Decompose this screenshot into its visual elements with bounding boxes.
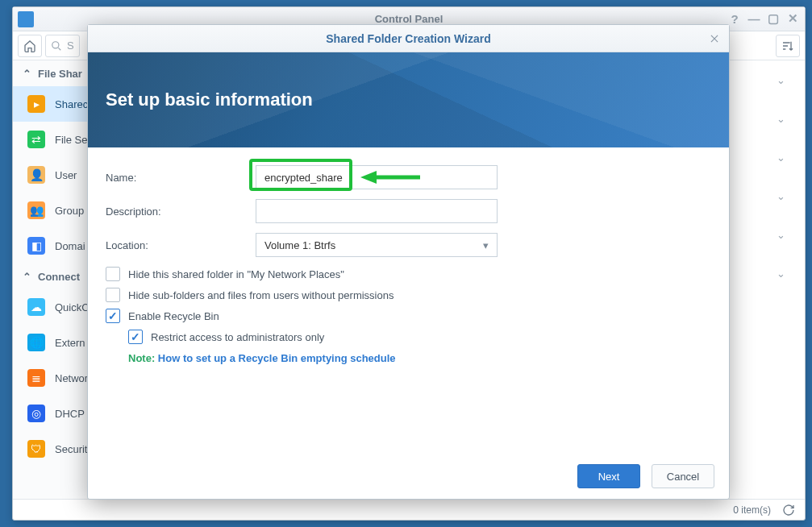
chevron-down-icon: ⌄ bbox=[777, 268, 785, 280]
window-close-icon[interactable]: ✕ bbox=[784, 10, 802, 27]
globe-icon: 🌐 bbox=[27, 334, 45, 351]
svg-point-0 bbox=[52, 41, 59, 48]
checkbox-enable-recycle-bin[interactable]: Enable Recycle Bin bbox=[106, 309, 711, 323]
panel-collapse-6[interactable]: ⌄ bbox=[764, 254, 797, 293]
network-icon: ≣ bbox=[27, 369, 45, 387]
status-item-count: 0 item(s) bbox=[733, 504, 771, 516]
refresh-icon[interactable] bbox=[782, 504, 795, 517]
checkbox-checked-icon bbox=[106, 309, 120, 323]
panel-collapse-5[interactable]: ⌄ bbox=[764, 215, 797, 254]
label-description: Description: bbox=[106, 205, 256, 218]
wizard-banner: Set up basic information bbox=[88, 52, 729, 147]
wizard-banner-title: Set up basic information bbox=[106, 89, 313, 110]
cancel-button[interactable]: Cancel bbox=[652, 464, 714, 488]
panel-collapse-3[interactable]: ⌄ bbox=[764, 138, 797, 176]
chevron-down-icon: ⌄ bbox=[777, 113, 785, 125]
file-services-icon: ⇄ bbox=[27, 131, 45, 148]
status-bar: 0 item(s) bbox=[13, 499, 805, 520]
checkbox-hide-network-places[interactable]: Hide this shared folder in "My Network P… bbox=[106, 267, 711, 281]
checkbox-restrict-admins[interactable]: Restrict access to administrators only bbox=[128, 330, 711, 344]
sort-icon bbox=[781, 39, 794, 52]
checkbox-icon bbox=[106, 267, 120, 281]
domain-icon: ◧ bbox=[27, 237, 45, 255]
note-row: Note: How to set up a Recycle Bin emptyi… bbox=[128, 352, 711, 364]
shield-icon: 🛡 bbox=[27, 440, 45, 458]
wizard-footer: Next Cancel bbox=[88, 454, 729, 499]
home-button[interactable] bbox=[18, 35, 42, 57]
close-icon bbox=[709, 33, 720, 44]
checkbox-hide-subfolders[interactable]: Hide sub-folders and files from users wi… bbox=[106, 288, 711, 302]
cloud-icon: ☁ bbox=[27, 298, 45, 316]
wizard-close-button[interactable] bbox=[706, 31, 722, 47]
panel-collapse-2[interactable]: ⌄ bbox=[764, 99, 797, 138]
wizard-titlebar[interactable]: Shared Folder Creation Wizard bbox=[88, 25, 729, 52]
label-location: Location: bbox=[106, 239, 256, 251]
shared-folder-icon: ▸ bbox=[27, 95, 45, 113]
description-input[interactable] bbox=[256, 199, 498, 223]
window-maximize-icon[interactable]: ▢ bbox=[764, 10, 782, 27]
chevron-down-icon: ▾ bbox=[483, 239, 489, 251]
checkbox-icon bbox=[106, 288, 120, 302]
next-button[interactable]: Next bbox=[577, 464, 640, 488]
name-input[interactable] bbox=[256, 165, 498, 189]
search-placeholder: S bbox=[67, 39, 74, 52]
window-title: Control Panel bbox=[375, 13, 443, 25]
panel-collapse-1[interactable]: ⌄ bbox=[764, 60, 797, 99]
panel-collapse-4[interactable]: ⌄ bbox=[764, 176, 797, 215]
wizard-content: Name: Description: Location: Volume 1: B… bbox=[88, 147, 729, 454]
location-value: Volume 1: Btrfs bbox=[264, 239, 335, 251]
sort-button[interactable] bbox=[776, 35, 800, 57]
chevron-up-icon: ⌃ bbox=[23, 271, 31, 283]
chevron-down-icon: ⌄ bbox=[777, 229, 785, 241]
window-minimize-icon[interactable]: — bbox=[745, 10, 763, 27]
app-icon bbox=[18, 11, 34, 27]
chevron-down-icon: ⌄ bbox=[777, 190, 785, 202]
chevron-up-icon: ⌃ bbox=[23, 68, 31, 80]
wizard-title: Shared Folder Creation Wizard bbox=[326, 32, 490, 45]
note-link[interactable]: How to set up a Recycle Bin emptying sch… bbox=[158, 352, 396, 364]
location-select[interactable]: Volume 1: Btrfs ▾ bbox=[256, 233, 498, 257]
chevron-down-icon: ⌄ bbox=[777, 74, 785, 86]
note-label: Note: bbox=[128, 352, 158, 364]
checkbox-checked-icon bbox=[128, 330, 143, 344]
home-icon bbox=[23, 39, 36, 52]
wizard-modal: Shared Folder Creation Wizard Set up bas… bbox=[87, 24, 730, 500]
search-icon bbox=[51, 40, 62, 52]
label-name: Name: bbox=[106, 172, 256, 184]
user-icon: 👤 bbox=[27, 166, 45, 184]
dhcp-icon: ◎ bbox=[27, 405, 45, 422]
group-icon: 👥 bbox=[27, 201, 45, 219]
chevron-down-icon: ⌄ bbox=[777, 151, 785, 164]
